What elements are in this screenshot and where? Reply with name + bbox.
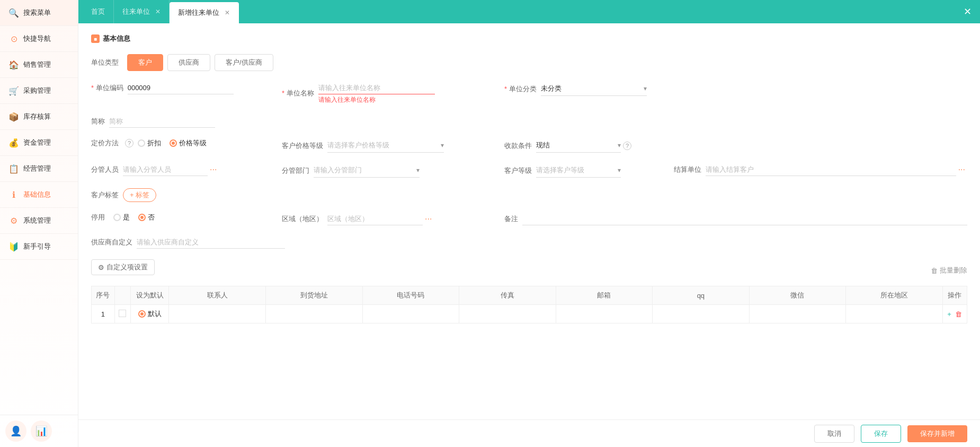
- settlement-dots[interactable]: ···: [956, 165, 967, 174]
- row-add-btn[interactable]: +: [947, 310, 951, 318]
- tag-row: 客户标签 + 标签: [91, 188, 967, 202]
- unit-type-label: 单位类型: [91, 58, 119, 67]
- row-action: + 🗑: [942, 305, 967, 323]
- type-btn-both[interactable]: 客户/供应商: [215, 54, 273, 71]
- customer-price-arrow: ▾: [441, 142, 444, 149]
- supervisor-input[interactable]: [123, 163, 208, 176]
- region-dots[interactable]: ···: [423, 214, 434, 224]
- sidebar-item-sales[interactable]: 🏠 销售管理: [0, 52, 78, 78]
- sidebar-item-guide[interactable]: 🔰 新手引导: [0, 234, 78, 260]
- operations-icon: 📋: [8, 163, 19, 174]
- sidebar-item-label: 资金管理: [23, 138, 51, 147]
- add-tag-button[interactable]: + 标签: [123, 188, 156, 202]
- pricing-radio-discount[interactable]: 折扣: [138, 138, 161, 148]
- remark-input[interactable]: [522, 213, 967, 225]
- unit-category-field: 单位分类 未分类 ▾: [504, 82, 674, 96]
- pricing-radio-level[interactable]: 价格等级: [170, 138, 207, 148]
- customer-level-select[interactable]: 请选择客户等级 ▾: [536, 163, 621, 178]
- region-input[interactable]: [327, 213, 423, 225]
- tab-home-label: 首页: [91, 7, 105, 16]
- supervisor-label: 分管人员: [91, 165, 119, 174]
- row-checkbox[interactable]: [119, 310, 126, 317]
- sidebar-item-quicknav[interactable]: ⊙ 快捷导航: [0, 26, 78, 52]
- type-btn-supplier[interactable]: 供应商: [167, 54, 210, 71]
- row-qq[interactable]: [653, 305, 750, 323]
- row-qq-input[interactable]: [656, 311, 746, 318]
- tab-new-unit[interactable]: 新增往来单位 ✕: [170, 2, 239, 23]
- short-name-input[interactable]: [109, 115, 215, 128]
- th-phone: 电话号码: [362, 286, 459, 305]
- row-email[interactable]: [556, 305, 653, 323]
- row-contact-input[interactable]: [172, 311, 262, 318]
- row-contact[interactable]: [169, 305, 266, 323]
- sidebar-item-basicinfo[interactable]: ℹ 基础信息: [0, 182, 78, 208]
- sidebar-item-search[interactable]: 🔍 搜索菜单: [0, 0, 78, 26]
- sidebar-item-system[interactable]: ⚙ 系统管理: [0, 208, 78, 234]
- sidebar-item-label: 销售管理: [23, 60, 51, 69]
- dept-select[interactable]: 请输入分管部门 ▾: [314, 163, 420, 178]
- row-delete-btn[interactable]: 🗑: [955, 310, 962, 318]
- row-region-input[interactable]: [849, 311, 939, 318]
- payment-help-icon[interactable]: ?: [623, 142, 631, 150]
- quicknav-icon: ⊙: [8, 33, 19, 44]
- unit-code-input[interactable]: [128, 82, 234, 94]
- row-email-input[interactable]: [559, 311, 649, 318]
- th-fax: 传真: [459, 286, 556, 305]
- payment-terms-value: 现结: [536, 141, 616, 150]
- tab-home[interactable]: 首页: [83, 0, 114, 23]
- type-btn-customer[interactable]: 客户: [127, 54, 163, 71]
- sidebar: 🔍 搜索菜单 ⊙ 快捷导航 🏠 销售管理 🛒 采购管理 📦 库存核算 💰 资金管…: [0, 0, 78, 447]
- row-phone[interactable]: [362, 305, 459, 323]
- supervisor-dots[interactable]: ···: [208, 165, 219, 174]
- batch-delete-label: 批量删除: [940, 266, 967, 275]
- row-region[interactable]: [846, 305, 943, 323]
- customer-price-field: 客户价格等级 请选择客户价格等级 ▾: [282, 138, 483, 153]
- sidebar-chart-btn[interactable]: 📊: [31, 420, 52, 442]
- sidebar-item-inventory[interactable]: 📦 库存核算: [0, 104, 78, 130]
- shortname-row: 简称: [91, 115, 967, 128]
- disabled-field: 停用 是 否: [91, 213, 261, 222]
- remark-label: 备注: [504, 214, 518, 224]
- settlement-input[interactable]: [706, 163, 956, 176]
- customer-level-field: 客户等级 请选择客户等级 ▾: [504, 163, 653, 178]
- sidebar-item-operations[interactable]: 📋 经营管理: [0, 156, 78, 182]
- cancel-button[interactable]: 取消: [814, 425, 854, 443]
- custom-settings-btn[interactable]: ⚙ 自定义项设置: [91, 259, 155, 275]
- row-address-input[interactable]: [269, 311, 359, 318]
- save-button[interactable]: 保存: [861, 425, 901, 443]
- row-wechat-input[interactable]: [753, 311, 843, 318]
- save-new-button[interactable]: 保存并新增: [907, 425, 967, 442]
- row-default-label: 默认: [148, 309, 162, 319]
- sidebar-item-purchase[interactable]: 🛒 采购管理: [0, 78, 78, 104]
- supplier-custom-input[interactable]: [137, 236, 285, 249]
- row-wechat[interactable]: [749, 305, 846, 323]
- row-fax[interactable]: [459, 305, 556, 323]
- unit-category-select[interactable]: 未分类 ▾: [541, 82, 647, 96]
- tab-new-unit-close[interactable]: ✕: [225, 9, 230, 16]
- disabled-radio-no[interactable]: 否: [138, 213, 155, 222]
- pricing-label: 定价方法: [91, 138, 119, 148]
- customer-price-select[interactable]: 请选择客户价格等级 ▾: [327, 138, 444, 153]
- row-fax-input[interactable]: [462, 311, 553, 318]
- pricing-help-icon[interactable]: ?: [125, 139, 133, 147]
- tab-units[interactable]: 往来单位 ✕: [114, 0, 170, 23]
- pricing-discount-label: 折扣: [147, 138, 161, 148]
- batch-delete-btn[interactable]: 🗑 批量删除: [931, 266, 967, 275]
- sidebar-item-label: 库存核算: [23, 112, 51, 121]
- customer-level-placeholder: 请选择客户等级: [536, 165, 616, 175]
- row-phone-input[interactable]: [366, 311, 456, 318]
- window-close-btn[interactable]: ✕: [959, 6, 976, 17]
- disabled-row: 停用 是 否 区域（地区） ···: [91, 213, 967, 225]
- disabled-radio-yes[interactable]: 是: [113, 213, 130, 222]
- payment-terms-select[interactable]: 现结 ▾: [536, 138, 621, 153]
- row-address[interactable]: [265, 305, 362, 323]
- unit-name-input[interactable]: [318, 82, 435, 94]
- sidebar-item-finance[interactable]: 💰 资金管理: [0, 130, 78, 156]
- row-default-radio[interactable]: 默认: [134, 309, 166, 319]
- tab-units-close[interactable]: ✕: [155, 8, 161, 15]
- sidebar-user-btn[interactable]: 👤: [5, 420, 26, 442]
- search-icon: 🔍: [8, 7, 19, 18]
- customer-price-label: 客户价格等级: [282, 141, 323, 151]
- th-num: 序号: [92, 286, 115, 305]
- pricing-field: 定价方法 ? 折扣 价格等级: [91, 138, 261, 148]
